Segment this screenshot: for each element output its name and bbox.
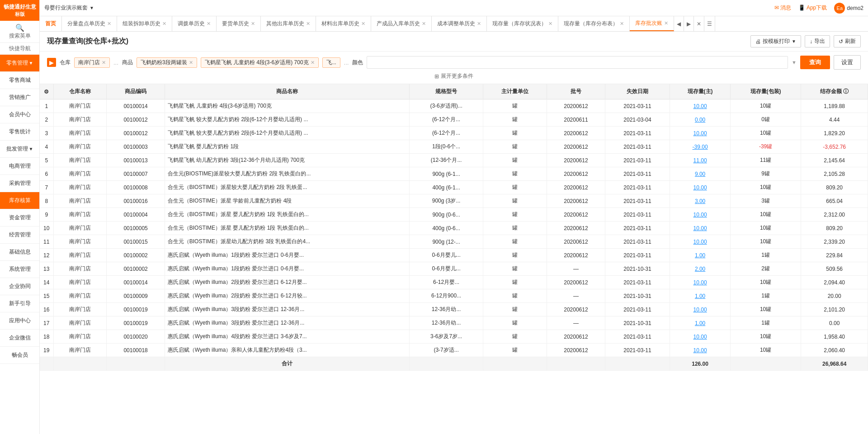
close-tab-1[interactable]: ✕: [107, 21, 111, 27]
sidebar-item-marketing[interactable]: 营销推广: [0, 89, 39, 106]
cell-batch: —: [547, 289, 605, 303]
app-download-button[interactable]: 📱 App下载: [798, 4, 827, 12]
cell-amount: 2,339.20: [801, 235, 868, 249]
cell-amount: 665.04: [801, 194, 868, 208]
cell-qty-main[interactable]: 1.00: [670, 249, 730, 262]
tab-requisition[interactable]: 要货单历史 ✕: [217, 16, 261, 31]
cell-qty-main[interactable]: 9.00: [670, 167, 730, 181]
cell-qty-main[interactable]: 10.00: [670, 235, 730, 249]
cell-qty-main[interactable]: 2.00: [670, 262, 730, 276]
sidebar-item-retail-mgmt[interactable]: 零售管理 ▼: [0, 55, 39, 72]
remove-product-tag-1[interactable]: ✕: [189, 60, 193, 66]
cell-expire: 2021-03-11: [605, 344, 670, 357]
close-tab-9[interactable]: ✕: [548, 21, 552, 27]
cell-spec: 0-6月婴儿...: [410, 249, 483, 262]
cell-qty-main[interactable]: 10.00: [670, 222, 730, 235]
tab-close-btn[interactable]: ✕: [694, 16, 704, 31]
cell-qty-main[interactable]: 10.00: [670, 208, 730, 222]
tab-material-out[interactable]: 材料出库单历史 ✕: [316, 16, 371, 31]
warehouse-more[interactable]: ...: [113, 59, 118, 66]
tab-cost-adjust[interactable]: 成本调整单历史 ✕: [432, 16, 487, 31]
sidebar-item-wholesale[interactable]: 批发管理▼: [0, 141, 39, 158]
product-more-btn[interactable]: ...: [344, 59, 349, 66]
close-tab-5[interactable]: ✕: [306, 21, 310, 27]
tab-other-out[interactable]: 其他出库单历史 ✕: [261, 16, 316, 31]
cell-qty-main[interactable]: 10.00: [670, 303, 730, 316]
close-tab-8[interactable]: ✕: [477, 21, 481, 27]
sidebar-item-ecommerce[interactable]: 电商管理: [0, 158, 39, 175]
cell-qty-main[interactable]: 11.00: [670, 154, 730, 167]
sidebar-item-collab[interactable]: 企业协同: [0, 278, 39, 295]
tab-menu-btn[interactable]: ☰: [704, 16, 715, 31]
message-button[interactable]: ✉ 消息: [774, 4, 791, 12]
remove-product-tag-2[interactable]: ✕: [311, 60, 315, 66]
table-row: 6 南岸门店 00100007 合生元(BIOSTIME)派星较大婴儿配方奶粉 …: [40, 167, 868, 181]
tab-batch-account[interactable]: 库存批次账 ✕: [630, 16, 674, 31]
arrow-icon: ▼: [29, 61, 33, 66]
sidebar-item-retail-stats[interactable]: 零售统计: [0, 123, 39, 141]
remove-warehouse-tag[interactable]: ✕: [102, 60, 106, 66]
cell-qty-pkg: 11罐: [730, 154, 801, 167]
cell-qty-main[interactable]: 10.00: [670, 344, 730, 357]
print-dropdown-icon: ▼: [792, 39, 796, 44]
close-tab-10[interactable]: ✕: [620, 21, 624, 27]
cell-qty-main[interactable]: 1.00: [670, 289, 730, 303]
close-tab-2[interactable]: ✕: [162, 21, 166, 27]
cell-warehouse: 南岸门店: [53, 330, 107, 344]
cell-qty-main[interactable]: 10.00: [670, 99, 730, 113]
cell-qty-pkg: 3罐: [730, 194, 801, 208]
sidebar-item-system[interactable]: 系统管理: [0, 261, 39, 278]
cell-expire: 2021-03-11: [605, 222, 670, 235]
cell-qty-main[interactable]: 0.00: [670, 113, 730, 127]
cell-no: 6: [40, 167, 53, 181]
cell-expire: 2021-10-31: [605, 316, 670, 330]
cell-qty-main[interactable]: 3.00: [670, 194, 730, 208]
close-tab-4[interactable]: ✕: [251, 21, 255, 27]
sidebar-item-member[interactable]: 会员中心: [0, 106, 39, 123]
cell-spec: 6-12月婴...: [410, 276, 483, 289]
sidebar-item-inventory[interactable]: 库存核算: [0, 192, 39, 209]
close-tab-7[interactable]: ✕: [422, 21, 426, 27]
print-button[interactable]: 🖨 按模板打印 ▼: [750, 35, 801, 47]
close-tab-11[interactable]: ✕: [664, 20, 668, 26]
account-selector[interactable]: 母婴行业演示账套 ▼: [44, 4, 94, 12]
tab-stock-dist[interactable]: 现存量（库存分布表） ✕: [558, 16, 630, 31]
expand-more-row[interactable]: ⊞ 展开更多条件: [47, 72, 861, 80]
cell-qty-main[interactable]: 1.00: [670, 316, 730, 330]
sidebar-item-purchase[interactable]: 采购管理: [0, 175, 39, 192]
sidebar-item-basic-info[interactable]: 基础信息: [0, 244, 39, 261]
tab-split-inventory[interactable]: 分量盘点单历史 ✕: [62, 16, 117, 31]
sidebar-item-operations[interactable]: 经营管理: [0, 226, 39, 244]
col-qty-main: 现存量(主): [670, 84, 730, 99]
filter-expand-btn[interactable]: ▶: [47, 58, 56, 67]
sidebar-item-retail-mall[interactable]: 零售商城: [0, 72, 39, 89]
sidebar-item-member2[interactable]: 畅会员: [0, 347, 39, 364]
tab-home[interactable]: 首页: [40, 16, 62, 31]
tab-stock-status[interactable]: 现存量（库存状况表） ✕: [487, 16, 558, 31]
cell-qty-main[interactable]: 10.00: [670, 276, 730, 289]
refresh-button[interactable]: ↺ 刷新: [834, 35, 861, 47]
sidebar-item-apps[interactable]: 应用中心: [0, 312, 39, 330]
sidebar-item-quicknav[interactable]: 快捷导航: [0, 43, 39, 55]
tab-product-in[interactable]: 产成品入库单历史 ✕: [371, 16, 432, 31]
sidebar-item-wechat[interactable]: 企业微信: [0, 330, 39, 347]
color-input[interactable]: [367, 56, 788, 69]
sidebar-item-guide[interactable]: 新手引导: [0, 295, 39, 312]
query-button[interactable]: 查询: [800, 56, 830, 69]
cell-qty-main[interactable]: 10.00: [670, 181, 730, 194]
cell-qty-main[interactable]: -39.00: [670, 140, 730, 154]
close-tab-6[interactable]: ✕: [361, 21, 365, 27]
sidebar-item-search[interactable]: 🔍 搜索英单: [0, 21, 39, 43]
settings-button[interactable]: 设置: [834, 55, 861, 70]
export-button[interactable]: ↓ 导出: [805, 35, 830, 47]
sidebar-item-finance[interactable]: 资金管理: [0, 209, 39, 226]
close-tab-3[interactable]: ✕: [207, 21, 211, 27]
tab-transfer[interactable]: 调拨单历史 ✕: [172, 16, 217, 31]
user-avatar[interactable]: Ea demo2: [834, 3, 863, 14]
cell-qty-main[interactable]: 10.00: [670, 330, 730, 344]
tab-assembly[interactable]: 组装拆卸单历史 ✕: [117, 16, 172, 31]
tab-next-btn[interactable]: ▶: [684, 16, 694, 31]
cell-qty-main[interactable]: 10.00: [670, 127, 730, 140]
cell-unit: 罐: [483, 208, 547, 222]
tab-prev-btn[interactable]: ◀: [674, 16, 684, 31]
